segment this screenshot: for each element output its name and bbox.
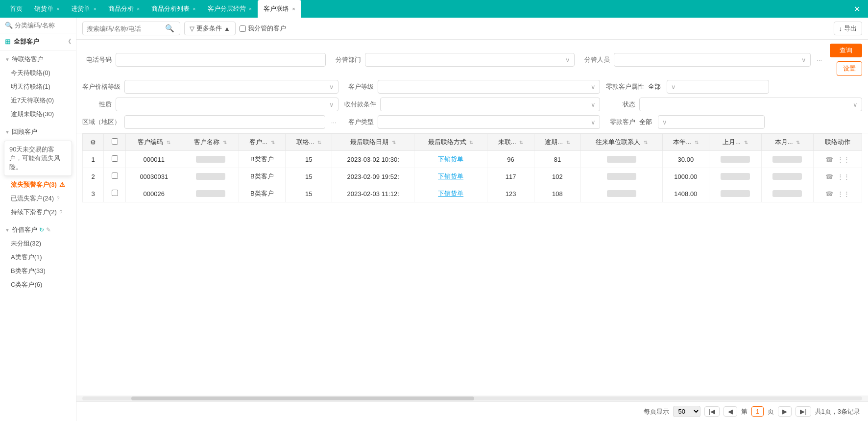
close-tab-purchase[interactable]: × <box>93 6 96 12</box>
search-input[interactable] <box>87 25 165 32</box>
zero-customer-select[interactable]: ∨ <box>658 115 764 129</box>
tab-purchase[interactable]: 进货单 × <box>65 0 102 18</box>
all-customers-header[interactable]: ⊞ 全部客户 《 <box>0 33 76 50</box>
pending-contact-header[interactable]: ▼ 待联络客户 <box>0 52 76 66</box>
cell-last-way[interactable]: 下销货单 <box>414 151 487 168</box>
customer-level-select[interactable]: ∨ <box>378 80 601 94</box>
sidebar-item-churned[interactable]: 已流失客户(24) ? <box>0 192 76 205</box>
tab-product-list[interactable]: 商品分析列表 × <box>145 0 201 18</box>
settings-icon[interactable]: ⚙ <box>90 139 96 146</box>
col-last-way[interactable]: 最后联络方式 ⇅ <box>414 134 487 151</box>
cell-last-way[interactable]: 下销货单 <box>414 168 487 185</box>
my-customers-checkbox-label[interactable]: 我分管的客户 <box>240 24 286 33</box>
first-page-button[interactable]: |◀ <box>704 406 720 417</box>
advanced-filter-panel: 电话号码 分管部门 ∨ 分管人员 ∨ ··· <box>76 40 868 133</box>
status-select[interactable]: ∨ <box>639 98 862 111</box>
action-phone-icon[interactable]: ☎ <box>825 173 833 180</box>
cell-this-year: 1408.00 <box>662 185 709 202</box>
col-overdue[interactable]: 逾期... ⇅ <box>534 134 580 151</box>
edit-icon[interactable]: ✎ <box>46 226 51 233</box>
more-conditions-button[interactable]: ▽ 更多条件 ▲ <box>184 22 236 35</box>
col-name[interactable]: 客户名称 ⇅ <box>182 134 239 151</box>
sidebar-item-tomorrow[interactable]: 明天待联络(1) <box>0 80 76 94</box>
total-info: 共1页，3条记录 <box>815 407 860 416</box>
price-level-select[interactable]: ∨ <box>124 80 338 94</box>
action-phone-icon[interactable]: ☎ <box>825 190 833 198</box>
review-group-header[interactable]: ▼ 回顾客户 <box>0 125 76 139</box>
close-tab-sales[interactable]: × <box>56 6 59 12</box>
col-check[interactable] <box>104 134 126 151</box>
pagination-bar: 每页显示 50 100 200 |◀ ◀ 第 1 页 ▶ ▶| 共1页，3条记录 <box>76 401 868 421</box>
last-way-link[interactable]: 下销货单 <box>438 190 463 197</box>
dept-select[interactable]: ∨ <box>365 53 575 67</box>
phone-input[interactable] <box>116 53 326 67</box>
settings-button[interactable]: 设置 <box>837 61 862 76</box>
close-tab-customer-contact[interactable]: × <box>292 6 295 12</box>
scrollbar-thumb[interactable] <box>131 396 474 400</box>
col-last-month[interactable]: 上月... ⇅ <box>709 134 762 151</box>
close-tab-customer-layer[interactable]: × <box>249 6 252 12</box>
col-this-year[interactable]: 本年... ⇅ <box>662 134 709 151</box>
tab-sales[interactable]: 销货单 × <box>28 0 65 18</box>
close-tab-product-list[interactable]: × <box>193 6 195 12</box>
my-customers-checkbox[interactable] <box>240 25 246 32</box>
sidebar-item-declining[interactable]: 持续下滑客户(2) ? <box>0 205 76 219</box>
query-button[interactable]: 查询 <box>830 44 862 57</box>
prev-page-button[interactable]: ◀ <box>723 406 737 417</box>
close-tab-product-analysis[interactable]: × <box>137 6 140 12</box>
row-checkbox[interactable] <box>112 173 118 179</box>
sidebar-item-overdue[interactable]: 逾期未联络(30) <box>0 107 76 121</box>
col-last-date[interactable]: 最后联络日期 ⇅ <box>332 134 414 151</box>
payment-select[interactable]: ∨ <box>380 98 601 111</box>
select-all-checkbox[interactable] <box>112 138 118 145</box>
sidebar-item-7days[interactable]: 近7天待联络(0) <box>0 94 76 107</box>
sidebar-item-churn-warning[interactable]: 流失预警客户(3) ⚠ <box>0 178 76 192</box>
sidebar-item-ungrouped[interactable]: 未分组(32) <box>0 237 76 250</box>
action-phone-icon[interactable]: ☎ <box>825 156 833 163</box>
export-button[interactable]: ↓ 导出 <box>834 22 863 35</box>
next-page-button[interactable]: ▶ <box>778 406 792 417</box>
sidebar-item-class-b[interactable]: B类客户(33) <box>0 264 76 278</box>
sidebar-item-today[interactable]: 今天待联络(0) <box>0 66 76 80</box>
sidebar-item-class-c[interactable]: C类客户(6) <box>0 278 76 292</box>
per-page-label: 每页显示 <box>644 407 669 416</box>
cell-contact: 15 <box>286 151 332 168</box>
action-more-icon[interactable]: ⋮⋮ <box>837 173 850 180</box>
tab-customer-contact[interactable]: 客户联络 × <box>258 0 301 18</box>
cell-check[interactable] <box>104 185 126 202</box>
action-more-icon[interactable]: ⋮⋮ <box>837 156 850 163</box>
cell-last-way[interactable]: 下销货单 <box>414 185 487 202</box>
col-this-month[interactable]: 本月... ⇅ <box>761 134 814 151</box>
col-code[interactable]: 客户编码 ⇅ <box>126 134 182 151</box>
col-type[interactable]: 客户... ⇅ <box>239 134 285 151</box>
horizontal-scrollbar[interactable] <box>76 396 868 401</box>
cell-check[interactable] <box>104 168 126 185</box>
manager-more-icon[interactable]: ··· <box>815 56 824 64</box>
action-more-icon[interactable]: ⋮⋮ <box>837 190 850 198</box>
row-checkbox[interactable] <box>112 190 118 196</box>
row-checkbox[interactable] <box>112 155 118 162</box>
cell-check[interactable] <box>104 151 126 168</box>
region-select[interactable] <box>124 115 325 129</box>
sidebar-item-class-a[interactable]: A类客户(1) <box>0 250 76 264</box>
gender-select[interactable]: ∨ <box>116 98 338 111</box>
refresh-icon[interactable]: ↻ <box>39 226 44 233</box>
per-page-select[interactable]: 50 100 200 <box>673 406 700 417</box>
customer-type-select[interactable]: ∨ <box>378 115 601 129</box>
tab-customer-layer[interactable]: 客户分层经营 × <box>202 0 258 18</box>
close-all-tabs[interactable]: ✕ <box>850 4 864 14</box>
tab-product-analysis[interactable]: 商品分析 × <box>102 0 145 18</box>
region-more-icon[interactable]: ··· <box>329 119 338 126</box>
col-contact[interactable]: 联络... ⇅ <box>286 134 332 151</box>
last-way-link[interactable]: 下销货单 <box>438 155 463 163</box>
search-button[interactable]: 🔍 <box>165 24 174 33</box>
col-not-contact[interactable]: 未联... ⇅ <box>487 134 534 151</box>
last-way-link[interactable]: 下销货单 <box>438 173 463 180</box>
col-contact-person[interactable]: 往来单位联系人 ⇅ <box>581 134 663 151</box>
tab-home[interactable]: 首页 <box>4 0 28 18</box>
last-page-button[interactable]: ▶| <box>796 406 811 417</box>
value-group-header[interactable]: ▼ 价值客户 ↻ ✎ <box>0 223 76 237</box>
zero-attr-select[interactable]: ∨ <box>667 80 769 94</box>
manager-select[interactable]: ∨ <box>614 53 811 67</box>
sidebar-search-input[interactable] <box>15 22 76 29</box>
